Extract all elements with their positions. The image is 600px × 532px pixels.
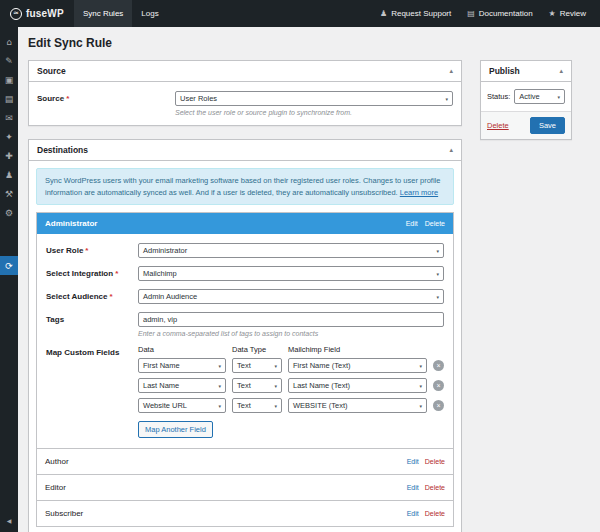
column-data: Data xyxy=(138,345,226,354)
delete-link[interactable]: Delete xyxy=(425,484,445,491)
destinations-panel-header: Destinations ▴ xyxy=(29,140,461,161)
chevron-down-icon: ▾ xyxy=(274,403,277,409)
sidebar-item-tools[interactable]: ⚒ xyxy=(0,184,18,203)
tags-label: Tags xyxy=(46,312,138,337)
destination-administrator-header[interactable]: Administrator Edit Delete xyxy=(37,213,453,234)
integration-select[interactable]: Mailchimp ▾ xyxy=(138,266,444,281)
sidebar-item-plugins[interactable]: ✚ xyxy=(0,146,18,165)
source-panel-body: Source* User Roles ▾ Select the user rol… xyxy=(29,82,461,125)
integration-select-value: Mailchimp xyxy=(143,269,177,278)
map-mailchimp-select[interactable]: Last Name (Text) ▾ xyxy=(288,378,427,393)
documentation-label: Documentation xyxy=(479,9,533,18)
map-data-select[interactable]: Last Name ▾ xyxy=(138,378,226,393)
tags-input[interactable]: admin, vip xyxy=(138,312,444,327)
fusewp-brand[interactable]: ≈ fuseWP xyxy=(0,0,74,27)
collapse-menu-icon[interactable]: ◀ xyxy=(0,514,18,527)
wp-admin-bar: ≈ fuseWP Sync Rules Logs ♟ Request Suppo… xyxy=(0,0,600,27)
documentation-link[interactable]: ▤ Documentation xyxy=(467,9,532,18)
collapse-toggle-icon[interactable]: ▴ xyxy=(559,67,563,75)
request-support-link[interactable]: ♟ Request Support xyxy=(380,9,451,18)
map-type-select[interactable]: Text ▾ xyxy=(232,378,282,393)
chevron-down-icon: ▾ xyxy=(274,363,277,369)
delete-rule-link[interactable]: Delete xyxy=(487,121,509,130)
destination-subscriber[interactable]: Subscriber Edit Delete xyxy=(37,500,453,526)
edit-link[interactable]: Edit xyxy=(407,484,419,491)
tab-logs[interactable]: Logs xyxy=(132,0,167,27)
collapse-toggle-icon[interactable]: ▴ xyxy=(449,146,453,154)
status-select[interactable]: Active ▾ xyxy=(514,89,565,104)
required-mark: * xyxy=(115,269,118,278)
publish-panel-footer: Delete Save xyxy=(481,111,571,139)
integration-row: Select Integration* Mailchimp ▾ xyxy=(46,266,444,281)
source-label-text: Source xyxy=(37,94,64,103)
map-fields-table: Data Data Type Mailchimp Field First Nam… xyxy=(138,345,444,438)
map-mailchimp-select[interactable]: First Name (Text) ▾ xyxy=(288,358,427,373)
map-field-row: First Name ▾ Text ▾ xyxy=(138,358,444,373)
audience-select[interactable]: Admin Audience ▾ xyxy=(138,289,444,304)
remove-field-button[interactable]: × xyxy=(433,400,444,411)
sidebar-item-posts[interactable]: ✎ xyxy=(0,51,18,70)
sidebar-item-appearance[interactable]: ✦ xyxy=(0,127,18,146)
required-mark: * xyxy=(110,292,113,301)
source-field: User Roles ▾ Select the user role or sou… xyxy=(175,91,453,116)
map-type-value: Text xyxy=(237,381,251,390)
map-mailchimp-value: First Name (Text) xyxy=(293,361,351,370)
page-layout: ⌂ ✎ ▣ ▤ ✉ ✦ ✚ ♟ ⚒ ⚙ ⟳ ◀ Edit Sync Rule S… xyxy=(0,27,600,532)
map-type-select[interactable]: Text ▾ xyxy=(232,398,282,413)
review-label: Review xyxy=(560,9,586,18)
destination-administrator-body: User Role* Administrator ▾ xyxy=(37,234,453,448)
chevron-down-icon: ▾ xyxy=(436,248,439,254)
chevron-down-icon: ▾ xyxy=(218,363,221,369)
user-role-select[interactable]: Administrator ▾ xyxy=(138,243,444,258)
source-select[interactable]: User Roles ▾ xyxy=(175,91,453,106)
edit-link[interactable]: Edit xyxy=(407,510,419,517)
destination-editor[interactable]: Editor Edit Delete xyxy=(37,474,453,500)
destination-title: Subscriber xyxy=(45,509,83,518)
map-data-select[interactable]: First Name ▾ xyxy=(138,358,226,373)
collapse-toggle-icon[interactable]: ▴ xyxy=(449,67,453,75)
destination-administrator: Administrator Edit Delete User Role* xyxy=(37,213,453,448)
map-field-row: Website URL ▾ Text ▾ xyxy=(138,398,444,413)
destination-author[interactable]: Author Edit Delete xyxy=(37,448,453,474)
audience-label: Select Audience* xyxy=(46,289,138,304)
remove-field-button[interactable]: × xyxy=(433,360,444,371)
user-role-label: User Role* xyxy=(46,243,138,258)
status-label: Status: xyxy=(487,92,510,101)
publish-panel-body: Status: Active ▾ xyxy=(481,82,571,111)
admin-bar-right: ♟ Request Support ▤ Documentation ★ Revi… xyxy=(380,0,600,27)
required-mark: * xyxy=(66,94,69,103)
sidebar-item-users[interactable]: ♟ xyxy=(0,165,18,184)
save-button[interactable]: Save xyxy=(530,117,565,134)
map-another-field-button[interactable]: Map Another Field xyxy=(138,421,213,438)
map-data-select[interactable]: Website URL ▾ xyxy=(138,398,226,413)
review-link[interactable]: ★ Review xyxy=(549,9,586,18)
map-mailchimp-value: Last Name (Text) xyxy=(293,381,350,390)
sidebar-item-dashboard[interactable]: ⌂ xyxy=(0,32,18,51)
sidebar-item-fusewp[interactable]: ⟳ xyxy=(0,256,18,275)
edit-link[interactable]: Edit xyxy=(406,220,418,227)
tab-sync-rules[interactable]: Sync Rules xyxy=(74,0,132,27)
sidebar-item-pages[interactable]: ▤ xyxy=(0,89,18,108)
sidebar-item-settings[interactable]: ⚙ xyxy=(0,203,18,222)
sidebar-item-comments[interactable]: ✉ xyxy=(0,108,18,127)
map-mailchimp-select[interactable]: WEBSITE (Text) ▾ xyxy=(288,398,427,413)
sidebar-item-media[interactable]: ▣ xyxy=(0,70,18,89)
user-role-label-text: User Role xyxy=(46,246,83,255)
map-data-value: Last Name xyxy=(143,381,179,390)
source-select-value: User Roles xyxy=(180,94,217,103)
destination-actions: Edit Delete xyxy=(407,510,445,517)
delete-link[interactable]: Delete xyxy=(425,510,445,517)
publish-panel-title: Publish xyxy=(489,66,520,76)
edit-link[interactable]: Edit xyxy=(407,458,419,465)
map-type-select[interactable]: Text ▾ xyxy=(232,358,282,373)
remove-field-button[interactable]: × xyxy=(433,380,444,391)
document-icon: ▤ xyxy=(467,9,475,18)
chevron-down-icon: ▾ xyxy=(419,403,422,409)
learn-more-link[interactable]: Learn more xyxy=(400,188,438,197)
wp-admin-menu: ⌂ ✎ ▣ ▤ ✉ ✦ ✚ ♟ ⚒ ⚙ ⟳ ◀ xyxy=(0,27,18,532)
delete-link[interactable]: Delete xyxy=(425,458,445,465)
map-data-value: First Name xyxy=(143,361,180,370)
delete-link[interactable]: Delete xyxy=(425,220,445,227)
admin-bar-left: ≈ fuseWP Sync Rules Logs xyxy=(0,0,168,27)
user-role-row: User Role* Administrator ▾ xyxy=(46,243,444,258)
